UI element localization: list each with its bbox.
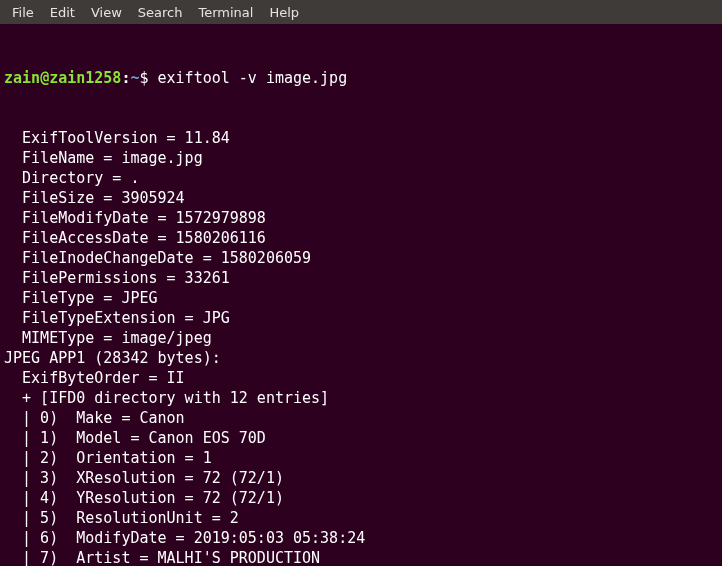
output-line: FileName = image.jpg xyxy=(4,148,718,168)
menu-view[interactable]: View xyxy=(83,3,130,22)
output-line: | 5) ResolutionUnit = 2 xyxy=(4,508,718,528)
output-line: + [IFD0 directory with 12 entries] xyxy=(4,388,718,408)
prompt-line: zain@zain1258:~$ exiftool -v image.jpg xyxy=(4,68,718,88)
output-line: FilePermissions = 33261 xyxy=(4,268,718,288)
command-text: exiftool -v image.jpg xyxy=(158,69,348,87)
prompt-symbol: $ xyxy=(139,69,157,87)
output-line: | 2) Orientation = 1 xyxy=(4,448,718,468)
output-line: | 4) YResolution = 72 (72/1) xyxy=(4,488,718,508)
output-line: FileModifyDate = 1572979898 xyxy=(4,208,718,228)
output-line: FileSize = 3905924 xyxy=(4,188,718,208)
prompt-user: zain xyxy=(4,69,40,87)
menu-terminal[interactable]: Terminal xyxy=(190,3,261,22)
output-line: | 7) Artist = MALHI'S PRODUCTION xyxy=(4,548,718,566)
output-line: FileAccessDate = 1580206116 xyxy=(4,228,718,248)
output-line: Directory = . xyxy=(4,168,718,188)
output-line: MIMEType = image/jpeg xyxy=(4,328,718,348)
output-line: | 6) ModifyDate = 2019:05:03 05:38:24 xyxy=(4,528,718,548)
menu-help[interactable]: Help xyxy=(261,3,307,22)
output-line: | 3) XResolution = 72 (72/1) xyxy=(4,468,718,488)
output-line: ExifByteOrder = II xyxy=(4,368,718,388)
output-line: ExifToolVersion = 11.84 xyxy=(4,128,718,148)
output-line: | 1) Model = Canon EOS 70D xyxy=(4,428,718,448)
prompt-host: zain1258 xyxy=(49,69,121,87)
output-line: JPEG APP1 (28342 bytes): xyxy=(4,348,718,368)
output-line: FileInodeChangeDate = 1580206059 xyxy=(4,248,718,268)
menubar: File Edit View Search Terminal Help xyxy=(0,0,722,24)
terminal-viewport[interactable]: zain@zain1258:~$ exiftool -v image.jpg E… xyxy=(0,24,722,566)
output-line: | 0) Make = Canon xyxy=(4,408,718,428)
menu-edit[interactable]: Edit xyxy=(42,3,83,22)
output-block: ExifToolVersion = 11.84 FileName = image… xyxy=(4,128,718,566)
output-line: FileType = JPEG xyxy=(4,288,718,308)
menu-search[interactable]: Search xyxy=(130,3,191,22)
output-line: FileTypeExtension = JPG xyxy=(4,308,718,328)
menu-file[interactable]: File xyxy=(4,3,42,22)
prompt-at: @ xyxy=(40,69,49,87)
